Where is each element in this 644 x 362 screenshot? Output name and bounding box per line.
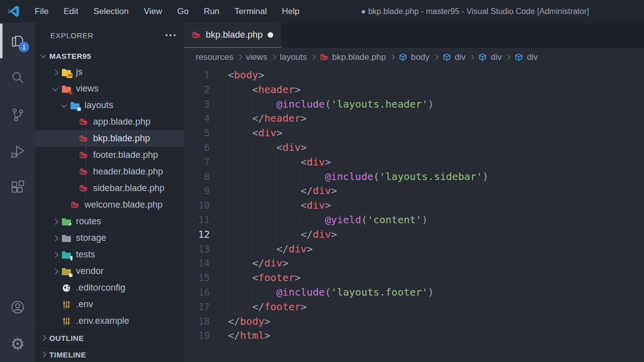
menu-edit[interactable]: Edit bbox=[57, 4, 85, 19]
line-content[interactable]: </div> bbox=[219, 256, 644, 270]
line-content[interactable]: </body> bbox=[219, 314, 644, 329]
breadcrumb-item-body[interactable]: body bbox=[398, 52, 430, 62]
tree-item-layouts[interactable]: layouts bbox=[35, 97, 184, 114]
explorer-icon[interactable]: 1 bbox=[0, 23, 35, 59]
code-line-8[interactable]: 8 @include('layouts.sidebar') bbox=[184, 169, 644, 184]
indent-guide bbox=[276, 213, 277, 227]
breadcrumb-item-div[interactable]: div bbox=[478, 52, 502, 62]
tree-item-js[interactable]: JSjs bbox=[35, 64, 184, 80]
line-content[interactable]: <body> bbox=[219, 68, 644, 82]
menu-go[interactable]: Go bbox=[171, 4, 195, 19]
code-line-1[interactable]: 1<body> bbox=[184, 68, 644, 82]
tree-item-footer-blade-php[interactable]: footer.blade.php bbox=[35, 147, 184, 163]
project-section-header[interactable]: MASTER95 bbox=[35, 48, 184, 64]
menu-file[interactable]: File bbox=[28, 4, 55, 19]
tab-bkp-blade-php[interactable]: bkp.blade.php bbox=[184, 23, 281, 48]
cube-icon bbox=[398, 53, 408, 62]
code-line-5[interactable]: 5 <div> bbox=[184, 126, 644, 140]
code-line-13[interactable]: 13 </div> bbox=[184, 242, 644, 256]
tree-item-vendor[interactable]: vendor bbox=[35, 263, 184, 280]
line-content[interactable]: @include('layouts.sidebar') bbox=[219, 169, 644, 184]
run-debug-icon[interactable] bbox=[0, 133, 35, 169]
source-control-icon[interactable] bbox=[0, 96, 35, 133]
outline-section-header[interactable]: OUTLINE bbox=[35, 329, 184, 346]
settings-gear-icon[interactable]: ⚙ bbox=[0, 325, 35, 362]
line-content[interactable]: <div> bbox=[219, 198, 644, 213]
extensions-icon[interactable] bbox=[0, 169, 35, 206]
file-tree: JSjsviewslayoutsapp.blade.phpbkp.blade.p… bbox=[35, 64, 184, 329]
breadcrumb-item-div[interactable]: div bbox=[442, 52, 466, 62]
line-content[interactable]: @include('layouts.header') bbox=[219, 97, 644, 112]
tree-item-tests[interactable]: tests bbox=[35, 246, 184, 263]
code-line-3[interactable]: 3 @include('layouts.header') bbox=[184, 97, 644, 112]
breadcrumb-separator-icon bbox=[271, 55, 276, 60]
indent-guide bbox=[252, 198, 253, 213]
line-content[interactable]: </div> bbox=[219, 242, 644, 256]
menu-view[interactable]: View bbox=[137, 4, 169, 19]
tree-item-label: app.blade.php bbox=[93, 117, 150, 127]
line-content[interactable]: @include('layouts.footer') bbox=[219, 285, 644, 300]
line-content[interactable]: </div> bbox=[219, 227, 644, 242]
breadcrumb-item-layouts[interactable]: layouts bbox=[280, 52, 307, 62]
code-line-4[interactable]: 4 </header> bbox=[184, 111, 644, 126]
search-icon[interactable] bbox=[0, 59, 35, 96]
code-line-6[interactable]: 6 <div> bbox=[184, 140, 644, 155]
line-number: 13 bbox=[184, 242, 219, 256]
tree-item--env-example[interactable]: .env.example bbox=[35, 313, 184, 329]
indent-guide bbox=[252, 184, 253, 198]
code-line-10[interactable]: 10 <div> bbox=[184, 198, 644, 213]
tree-item-header-blade-php[interactable]: header.blade.php bbox=[35, 163, 184, 180]
account-icon[interactable] bbox=[0, 289, 35, 325]
line-content[interactable]: </header> bbox=[219, 111, 644, 126]
code-line-7[interactable]: 7 <div> bbox=[184, 155, 644, 169]
tree-item-views[interactable]: views bbox=[35, 80, 184, 97]
tree-item-label: .env.example bbox=[76, 316, 129, 326]
code-line-17[interactable]: 17 </footer> bbox=[184, 300, 644, 314]
code-line-9[interactable]: 9 </div> bbox=[184, 184, 644, 198]
code-line-2[interactable]: 2 <header> bbox=[184, 82, 644, 97]
tree-item-welcome-blade-php[interactable]: welcome.blade.php bbox=[35, 197, 184, 213]
code-line-14[interactable]: 14 </div> bbox=[184, 256, 644, 270]
code-line-16[interactable]: 16 @include('layouts.footer') bbox=[184, 285, 644, 300]
tree-item-routes[interactable]: ↗routes bbox=[35, 213, 184, 230]
code-line-11[interactable]: 11 @yield('content') bbox=[184, 213, 644, 227]
code-line-12[interactable]: 12 </div> bbox=[184, 227, 644, 242]
tree-item-bkp-blade-php[interactable]: bkp.blade.php bbox=[35, 130, 184, 147]
line-content[interactable]: @yield('content') bbox=[219, 213, 644, 227]
timeline-section-header[interactable]: TIMELINE bbox=[35, 346, 184, 362]
breadcrumb: resourcesviewslayoutsbkp.blade.phpbodydi… bbox=[184, 48, 644, 66]
tree-item--editorconfig[interactable]: .editorconfig bbox=[35, 280, 184, 296]
menu-terminal[interactable]: Terminal bbox=[228, 4, 273, 19]
line-content[interactable]: <div> bbox=[219, 155, 644, 169]
code-editor[interactable]: 1<body>2 <header>3 @include('layouts.hea… bbox=[184, 66, 644, 362]
breadcrumb-item-views[interactable]: views bbox=[246, 52, 268, 62]
modified-dot-icon[interactable] bbox=[268, 32, 273, 38]
line-content[interactable]: </footer> bbox=[219, 300, 644, 314]
indent-guide bbox=[228, 270, 228, 285]
line-content[interactable]: <footer> bbox=[219, 270, 644, 285]
tree-item-sidebar-blade-php[interactable]: sidebar.blade.php bbox=[35, 180, 184, 197]
line-content[interactable]: </div> bbox=[219, 184, 644, 198]
tree-item-label: .editorconfig bbox=[76, 283, 125, 293]
indent-guide bbox=[228, 155, 228, 169]
tree-item-storage[interactable]: storage bbox=[35, 230, 184, 246]
menu-run[interactable]: Run bbox=[197, 4, 226, 19]
breadcrumb-item-div[interactable]: div bbox=[514, 52, 538, 62]
code-line-18[interactable]: 18</body> bbox=[184, 314, 644, 329]
line-content[interactable]: <div> bbox=[219, 140, 644, 155]
laravel-icon bbox=[78, 184, 89, 194]
tree-item--env[interactable]: .env bbox=[35, 296, 184, 313]
breadcrumb-item-bkp-blade-php[interactable]: bkp.blade.php bbox=[319, 52, 386, 62]
code-line-15[interactable]: 15 <footer> bbox=[184, 270, 644, 285]
laravel-icon bbox=[69, 200, 80, 210]
menu-selection[interactable]: Selection bbox=[87, 4, 135, 19]
line-content[interactable]: </html> bbox=[219, 328, 644, 343]
tree-item-app-blade-php[interactable]: app.blade.php bbox=[35, 114, 184, 130]
line-content[interactable]: <div> bbox=[219, 126, 644, 140]
code-line-19[interactable]: 19</html> bbox=[184, 328, 644, 343]
line-content[interactable]: <header> bbox=[219, 82, 644, 97]
menu-help[interactable]: Help bbox=[275, 4, 306, 19]
more-actions-icon[interactable] bbox=[166, 34, 176, 36]
breadcrumb-item-resources[interactable]: resources bbox=[196, 52, 233, 62]
breadcrumb-label: body bbox=[411, 52, 430, 62]
